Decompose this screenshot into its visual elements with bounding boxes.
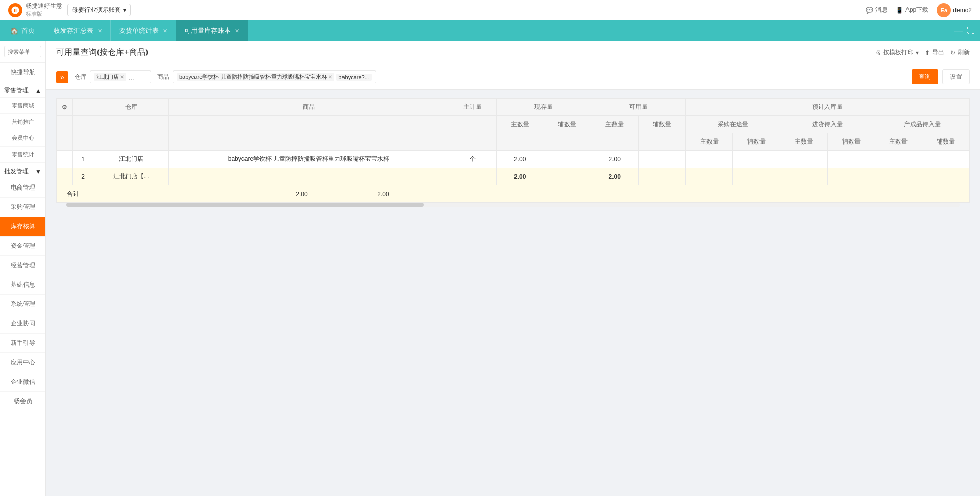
sidebar-item-retail-stats[interactable]: 零售统计 (0, 147, 45, 163)
horizontal-scrollbar[interactable] (66, 203, 960, 207)
sidebar-enterprise-wechat-label: 企业微信 (11, 378, 35, 385)
print-action[interactable]: 🖨 按模板打印 ▾ (875, 48, 919, 57)
sidebar-item-enterprise-collab[interactable]: 企业协同 (0, 314, 45, 334)
sidebar-item-quick-nav[interactable]: 快捷导航 (0, 63, 45, 82)
export-action[interactable]: ⬆ 导出 (925, 48, 944, 57)
logo-sub: 标准版 (26, 10, 62, 18)
th-gear-sub (57, 116, 73, 133)
th-finished-main: 主数量 (875, 133, 922, 151)
tab-receive-summary-close[interactable]: ✕ (97, 28, 102, 34)
refresh-action[interactable]: ↻ 刷新 (950, 48, 970, 57)
product-filter-input[interactable]: babycare学饮杯 儿童防摔防撞吸管杯重力球吸嘴杯宝宝水杯 ✕ babyca… (173, 70, 376, 83)
footer-label: 合计 (62, 190, 281, 198)
sidebar-item-retail-mall[interactable]: 零售商城 (0, 98, 45, 114)
sidebar-item-finance-mgmt[interactable]: 资金管理 (0, 237, 45, 256)
row2-inbound-aux (827, 168, 875, 185)
sidebar-item-wholesale-mgmt[interactable]: 批发管理 ▼ (0, 163, 45, 178)
search-input[interactable] (4, 46, 41, 57)
sidebar-item-inventory[interactable]: 库存核算 (0, 217, 45, 237)
sidebar-ecommerce-label: 电商管理 (11, 184, 35, 191)
app-download-action[interactable]: 📱 App下载 (896, 6, 928, 14)
warehouse-dots[interactable]: ... (128, 73, 134, 81)
row2-num: 2 (73, 168, 93, 185)
sidebar-item-retail-mgmt[interactable]: 零售管理 ▲ (0, 82, 45, 98)
sidebar-item-ops-mgmt[interactable]: 经营管理 (0, 256, 45, 275)
logo-text-area: 畅捷通好生意 标准版 (26, 2, 62, 18)
sidebar-purchase-label: 采购管理 (11, 203, 35, 210)
chevron-down-icon: ▾ (123, 7, 126, 14)
row2-avail-main: 2.00 (591, 168, 639, 185)
th-avail-aux-3 (639, 133, 686, 151)
th-product-sub (169, 116, 449, 133)
row2-purchase-main (685, 168, 733, 185)
product-tag1-close[interactable]: ✕ (328, 74, 332, 80)
home-icon: 🏠 (10, 27, 18, 35)
row2-stock-aux (544, 168, 591, 185)
avatar: Ea (937, 3, 951, 17)
export-icon: ⬆ (925, 49, 930, 56)
sidebar-item-app-center[interactable]: 应用中心 (0, 353, 45, 372)
warehouse-tag-close[interactable]: ✕ (120, 74, 124, 80)
settings-button[interactable]: 设置 (942, 69, 970, 84)
tab-receive-summary[interactable]: 收发存汇总表 ✕ (45, 20, 111, 41)
th-stock-main: 主数量 (496, 116, 544, 133)
row1-num: 1 (73, 151, 93, 168)
sidebar-item-new-guide[interactable]: 新手引导 (0, 334, 45, 353)
th-warehouse-sub (93, 116, 169, 133)
sidebar-retail-stats-label: 零售统计 (12, 151, 34, 157)
table-row: 2 江北门店【... 2.00 2.00 (57, 168, 970, 185)
sidebar-quick-nav-label: 快捷导航 (11, 68, 35, 76)
th-stock-aux-3 (544, 133, 591, 151)
page-header: 可用量查询(按仓库+商品) 🖨 按模板打印 ▾ ⬆ 导出 ↻ 刷新 (46, 41, 980, 64)
top-bar-left: 畅捷通好生意 标准版 母婴行业演示账套 ▾ (8, 2, 131, 18)
tab-minimize-icon[interactable]: — (954, 26, 963, 35)
row2-product (169, 168, 449, 185)
query-button[interactable]: 查询 (912, 69, 938, 84)
row2-stock-main: 2.00 (496, 168, 544, 185)
sidebar-item-purchase-mgmt[interactable]: 采购管理 (0, 198, 45, 217)
filter-expand-button[interactable]: » (56, 71, 68, 83)
sidebar-basic-info-label: 基础信息 (11, 281, 35, 288)
sidebar-retail-mgmt-label: 零售管理 (4, 86, 29, 95)
tab-available-ledger-close[interactable]: ✕ (235, 28, 239, 34)
product-tag-value2: babycare?... (338, 74, 370, 80)
sidebar-app-center-label: 应用中心 (11, 359, 35, 366)
sidebar-item-vip-member[interactable]: 畅会员 (0, 392, 45, 411)
sidebar-item-member-center[interactable]: 会员中心 (0, 130, 45, 147)
tab-expand-icon[interactable]: ⛶ (967, 26, 975, 35)
tab-home-label: 首页 (21, 26, 35, 35)
main-layout: 快捷导航 零售管理 ▲ 零售商城 营销推广 会员中心 零售统计 批发管理 ▼ 电… (0, 41, 980, 496)
sidebar-member-center-label: 会员中心 (12, 135, 34, 141)
th-main-unit: 主计量 (449, 99, 497, 116)
tab-available-ledger[interactable]: 可用量库存账本 ✕ (176, 20, 248, 41)
sidebar-item-marketing[interactable]: 营销推广 (0, 114, 45, 130)
warehouse-filter-group: 仓库 江北门店 ✕ ... (75, 70, 151, 83)
tenant-name: 母婴行业演示账套 (72, 6, 121, 14)
tab-order-stats-close[interactable]: ✕ (163, 28, 167, 34)
app-download-label: App下载 (905, 6, 928, 14)
avatar-initials: Ea (941, 7, 947, 13)
tab-order-stats[interactable]: 要货单统计表 ✕ (111, 20, 176, 41)
tab-home[interactable]: 🏠 首页 (0, 20, 45, 41)
sidebar-item-system-mgmt[interactable]: 系统管理 (0, 295, 45, 314)
sidebar-item-basic-info[interactable]: 基础信息 (0, 275, 45, 295)
user-area[interactable]: Ea demo2 (937, 3, 972, 17)
th-avail-main-3 (591, 133, 639, 151)
tenant-select[interactable]: 母婴行业演示账套 ▾ (67, 4, 131, 16)
row1-stock-main: 2.00 (496, 151, 544, 168)
print-label: 按模板打印 (883, 48, 914, 57)
scrollbar-thumb[interactable] (66, 203, 424, 207)
th-finished-sub: 产成品待入量 (875, 116, 969, 133)
sidebar-item-ecommerce-mgmt[interactable]: 电商管理 (0, 178, 45, 198)
top-bar-right: 💬 消息 📱 App下载 Ea demo2 (866, 3, 972, 17)
chevron-down-icon: ▼ (35, 168, 41, 175)
sidebar-system-label: 系统管理 (11, 300, 35, 308)
message-action[interactable]: 💬 消息 (866, 6, 888, 14)
sidebar-vip-label: 畅会员 (14, 397, 32, 405)
logo-icon (8, 3, 22, 17)
chevron-icon: ▲ (35, 87, 41, 95)
th-gear[interactable]: ⚙ (57, 99, 73, 116)
sidebar-item-enterprise-wechat[interactable]: 企业微信 (0, 372, 45, 392)
data-table: ⚙ 仓库 商品 主计量 现存量 可用量 预计入库量 (56, 98, 970, 185)
warehouse-filter-input[interactable]: 江北门店 ✕ ... (90, 70, 151, 83)
